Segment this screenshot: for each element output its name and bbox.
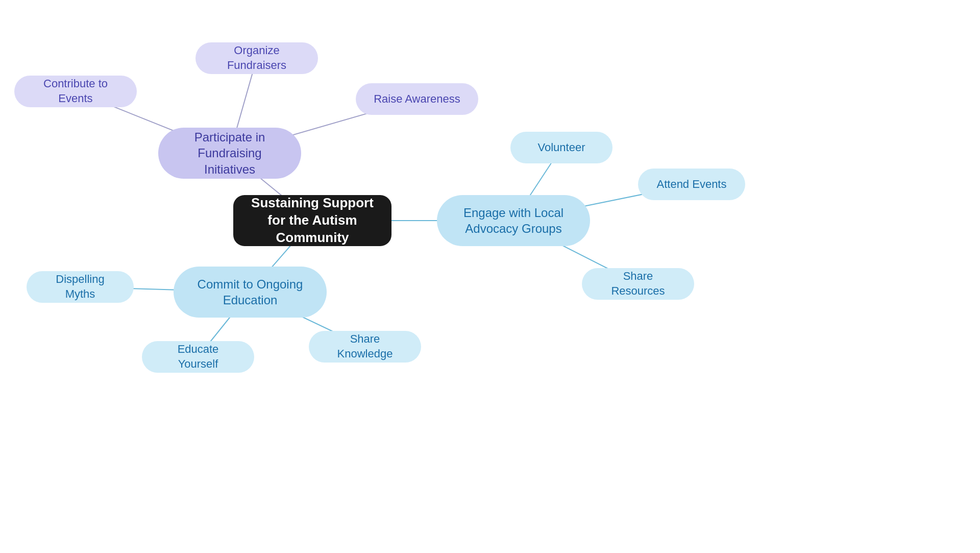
share-resources-label: Share Resources <box>596 269 680 298</box>
education-node[interactable]: Commit to Ongoing Education <box>174 267 327 318</box>
dispelling-label: Dispelling Myths <box>41 272 119 301</box>
organize-label: Organize Fundraisers <box>210 43 304 73</box>
contribute-label: Contribute to Events <box>29 77 122 106</box>
attend-events-node[interactable]: Attend Events <box>638 169 745 200</box>
raise-label: Raise Awareness <box>374 92 460 107</box>
raise-awareness-node[interactable]: Raise Awareness <box>356 83 478 115</box>
share-knowledge-label: Share Knowledge <box>323 332 407 361</box>
fundraising-node[interactable]: Participate in Fundraising Initiatives <box>158 128 301 179</box>
advocacy-label: Engage with Local Advocacy Groups <box>451 205 576 236</box>
education-label: Commit to Ongoing Education <box>188 276 312 308</box>
contribute-node[interactable]: Contribute to Events <box>14 76 137 107</box>
share-resources-node[interactable]: Share Resources <box>582 268 694 300</box>
fundraising-label: Participate in Fundraising Initiatives <box>173 129 287 177</box>
volunteer-node[interactable]: Volunteer <box>510 132 612 163</box>
dispelling-myths-node[interactable]: Dispelling Myths <box>27 271 134 303</box>
attend-label: Attend Events <box>657 177 727 192</box>
advocacy-node[interactable]: Engage with Local Advocacy Groups <box>437 195 590 246</box>
organize-node[interactable]: Organize Fundraisers <box>195 42 318 74</box>
volunteer-label: Volunteer <box>538 140 585 155</box>
center-node[interactable]: Sustaining Support for the Autism Commun… <box>233 195 391 246</box>
educate-label: Educate Yourself <box>156 342 240 371</box>
educate-yourself-node[interactable]: Educate Yourself <box>142 341 254 373</box>
share-knowledge-node[interactable]: Share Knowledge <box>309 331 421 363</box>
center-label: Sustaining Support for the Autism Commun… <box>248 195 377 246</box>
